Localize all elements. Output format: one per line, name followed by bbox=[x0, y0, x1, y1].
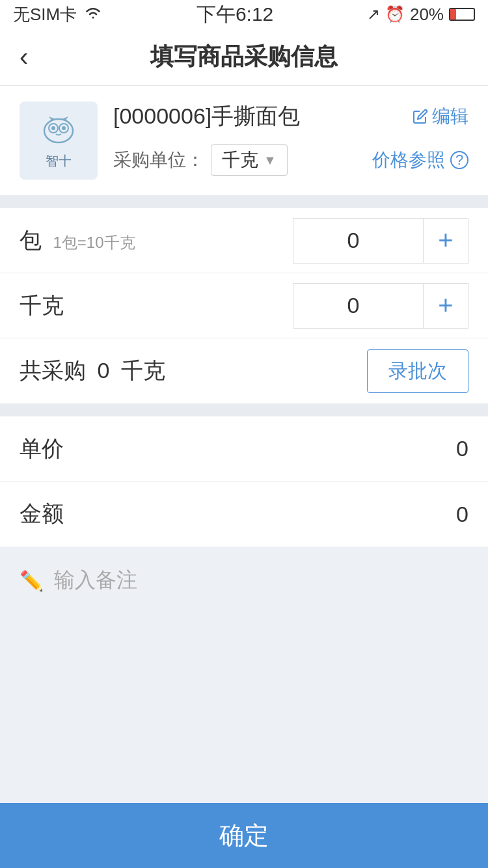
product-image: 智十 bbox=[20, 102, 98, 180]
unit-row: 采购单位： 千克 ▼ 价格参照 ? bbox=[113, 144, 468, 176]
product-name: [0000006]手撕面包 bbox=[113, 102, 300, 131]
alarm-icon: ⏰ bbox=[385, 5, 405, 23]
svg-point-3 bbox=[51, 126, 55, 130]
batch-button[interactable]: 录批次 bbox=[367, 349, 468, 393]
bao-label: 包 1包=10千克 bbox=[20, 226, 293, 256]
bao-input-wrap: + bbox=[293, 218, 468, 264]
pencil-icon: ✏️ bbox=[20, 569, 44, 592]
amount-value: 0 bbox=[456, 502, 468, 527]
unit-price-value: 0 bbox=[456, 436, 468, 461]
remark-section[interactable]: ✏️ 输入备注 bbox=[0, 547, 488, 677]
unit-label: 采购单位： bbox=[113, 148, 204, 172]
unit-select[interactable]: 千克 ▼ bbox=[211, 144, 288, 176]
unit-price-row: 单价 0 bbox=[0, 416, 488, 481]
bao-plus-button[interactable]: + bbox=[423, 218, 468, 264]
status-bar: 无SIM卡 下午6:12 ↗ ⏰ 20% bbox=[0, 0, 488, 29]
carrier-label: 无SIM卡 bbox=[13, 3, 77, 26]
edit-button[interactable]: 编辑 bbox=[413, 104, 468, 129]
battery-icon bbox=[449, 8, 475, 21]
main-content: 智十 [0000006]手撕面包 编辑 采购单位： bbox=[0, 86, 488, 868]
unit-price-label: 单价 bbox=[20, 434, 64, 464]
status-left: 无SIM卡 bbox=[13, 3, 103, 26]
product-info: [0000006]手撕面包 编辑 采购单位： 千克 ▼ bbox=[113, 102, 468, 176]
bao-input-row: 包 1包=10千克 + bbox=[0, 208, 488, 273]
price-section: 单价 0 金额 0 bbox=[0, 416, 488, 547]
svg-point-4 bbox=[62, 126, 66, 130]
section-divider-2 bbox=[0, 403, 488, 416]
help-icon: ? bbox=[450, 151, 468, 169]
amount-label: 金额 bbox=[20, 499, 64, 529]
kg-input-row: 千克 + bbox=[0, 273, 488, 338]
input-section: 包 1包=10千克 + 千克 + bbox=[0, 208, 488, 338]
section-divider-1 bbox=[0, 195, 488, 208]
price-ref-button[interactable]: 价格参照 ? bbox=[372, 148, 468, 172]
nav-bar: ‹ 填写商品采购信息 bbox=[0, 29, 488, 86]
kg-input-wrap: + bbox=[293, 283, 468, 329]
amount-row: 金额 0 bbox=[0, 481, 488, 547]
remark-placeholder: ✏️ 输入备注 bbox=[20, 566, 468, 595]
logo-text: 智十 bbox=[46, 152, 72, 170]
product-name-row: [0000006]手撕面包 编辑 bbox=[113, 102, 468, 131]
kg-label: 千克 bbox=[20, 291, 293, 321]
bao-sub: 1包=10千克 bbox=[53, 234, 135, 251]
status-time: 下午6:12 bbox=[197, 1, 273, 28]
confirm-button[interactable]: 确定 bbox=[0, 803, 488, 868]
summary-text: 共采购 0 千克 bbox=[20, 356, 165, 386]
dropdown-arrow-icon: ▼ bbox=[264, 153, 277, 168]
status-right: ↗ ⏰ 20% bbox=[367, 5, 475, 25]
back-button[interactable]: ‹ bbox=[20, 42, 28, 72]
svg-point-0 bbox=[44, 119, 73, 142]
wifi-icon bbox=[83, 5, 103, 25]
product-card: 智十 [0000006]手撕面包 编辑 采购单位： bbox=[0, 86, 488, 195]
location-icon: ↗ bbox=[367, 5, 380, 23]
battery-pct: 20% bbox=[410, 5, 444, 25]
summary-row: 共采购 0 千克 录批次 bbox=[0, 338, 488, 403]
bao-number-input[interactable] bbox=[293, 218, 423, 264]
page-title: 填写商品采购信息 bbox=[150, 41, 338, 73]
owl-icon bbox=[39, 111, 78, 150]
kg-number-input[interactable] bbox=[293, 283, 423, 329]
kg-plus-button[interactable]: + bbox=[423, 283, 468, 329]
